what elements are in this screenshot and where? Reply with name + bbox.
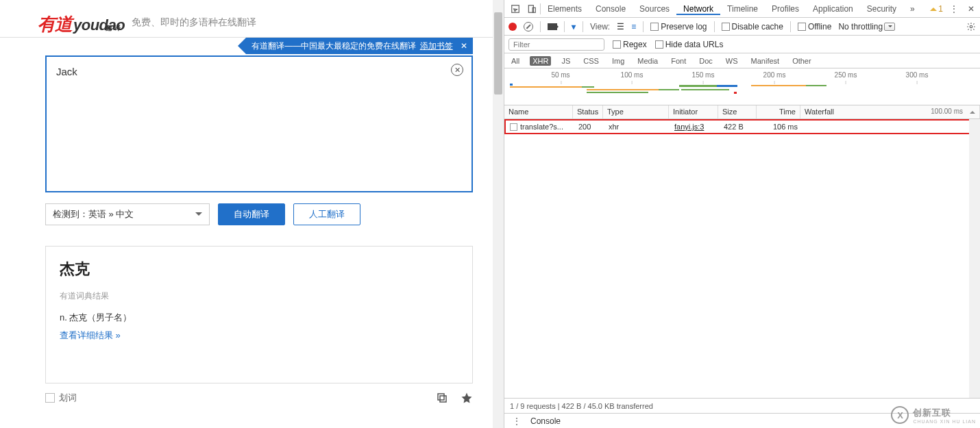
ruler-tick: 50 ms — [551, 71, 569, 79]
tab-network[interactable]: Network — [676, 4, 720, 15]
promo-close-icon[interactable]: ✕ — [461, 41, 467, 51]
filter-icon[interactable]: ▾ — [572, 22, 576, 32]
type-css[interactable]: CSS — [580, 56, 602, 66]
request-type: xhr — [604, 123, 670, 131]
col-time[interactable]: Time — [757, 105, 800, 118]
request-size: 422 B — [720, 123, 758, 131]
watermark: X 创新互联 CHUANG XIN HU LIAN — [891, 406, 976, 424]
devtools-tabs: ElementsConsoleSourcesNetworkTimelinePro… — [504, 0, 980, 18]
waterfall-scale: 100.00 ms — [931, 108, 963, 115]
logo-sub: 翻译 — [106, 24, 123, 33]
huaci-label: 划词 — [59, 392, 77, 404]
type-doc[interactable]: Doc — [696, 56, 715, 66]
svg-rect-1 — [438, 394, 444, 400]
result-panel: 杰克 有道词典结果 n. 杰克（男子名） 查看详细结果 — [45, 246, 473, 383]
language-select[interactable]: 检测到：英语 » 中文 — [45, 203, 210, 225]
tab-elements[interactable]: Elements — [541, 4, 589, 14]
tab-sources[interactable]: Sources — [633, 4, 676, 14]
timeline-overview[interactable]: 50 ms100 ms150 ms200 ms250 ms300 ms — [504, 68, 980, 105]
type-manifest[interactable]: Manifest — [748, 56, 783, 66]
col-size[interactable]: Size — [718, 105, 757, 118]
view-label: View: — [590, 22, 610, 32]
copy-icon[interactable] — [436, 392, 448, 404]
type-other[interactable]: Other — [789, 56, 814, 66]
svg-point-5 — [970, 25, 972, 28]
footer-row: 划词 — [45, 392, 473, 404]
filter-row: Regex Hide data URLs — [504, 36, 980, 53]
type-img[interactable]: Img — [609, 56, 627, 66]
watermark-logo-icon: X — [891, 406, 909, 424]
page-scrollbar[interactable] — [493, 0, 504, 428]
devtools: ElementsConsoleSourcesNetworkTimelinePro… — [504, 0, 980, 428]
tagline: 免费、即时的多语种在线翻译 — [132, 16, 256, 29]
translate-input-box: ✕ — [45, 55, 473, 192]
auto-translate-button[interactable]: 自动翻译 — [218, 203, 285, 225]
device-icon[interactable] — [524, 3, 540, 15]
type-xhr[interactable]: XHR — [530, 56, 551, 66]
type-js[interactable]: JS — [559, 56, 573, 66]
type-font[interactable]: Font — [668, 56, 689, 66]
clear-icon[interactable] — [524, 22, 533, 32]
row-checkbox[interactable] — [510, 123, 517, 131]
ruler-tick: 150 ms — [692, 71, 715, 79]
network-toolbar: ▾ View: ☰ ≡ Preserve log Disable cache O… — [504, 18, 980, 36]
huaci-checkbox[interactable] — [45, 393, 55, 403]
tab-timeline[interactable]: Timeline — [720, 4, 765, 14]
header: 有道 youdao 翻译 免费、即时的多语种在线翻译 — [0, 0, 504, 38]
hide-data-urls-toggle[interactable]: Hide data URLs — [655, 40, 724, 49]
col-name[interactable]: Name — [504, 105, 573, 118]
view-large-icon[interactable]: ☰ — [617, 22, 624, 32]
logo-cn: 有道 — [38, 12, 72, 36]
request-initiator[interactable]: fanyi.js:3 — [670, 123, 720, 131]
tab-application[interactable]: Application — [806, 4, 860, 14]
col-waterfall[interactable]: Waterfall100.00 ms — [800, 105, 980, 118]
view-small-icon[interactable]: ≡ — [631, 22, 636, 32]
clear-input-icon[interactable]: ✕ — [451, 64, 463, 76]
request-name: translate?s... — [520, 123, 563, 131]
promo-text: 有道翻译——中国最大最稳定的免费在线翻译 — [252, 41, 418, 51]
col-status[interactable]: Status — [573, 105, 603, 118]
record-icon[interactable] — [509, 23, 517, 31]
drawer-tab-console[interactable]: Console — [530, 416, 561, 426]
devtools-close-icon[interactable]: ✕ — [965, 4, 977, 14]
settings-icon[interactable] — [966, 22, 976, 32]
type-media[interactable]: Media — [635, 56, 661, 66]
logo[interactable]: 有道 youdao 翻译 — [38, 9, 123, 36]
ruler-tick: 200 ms — [763, 71, 786, 79]
tab-profiles[interactable]: Profiles — [765, 4, 806, 14]
request-row[interactable]: translate?s... 200 xhr fanyi.js:3 422 B … — [504, 119, 980, 134]
promo-link[interactable]: 添加书签 — [420, 41, 453, 51]
col-type[interactable]: Type — [603, 105, 669, 118]
capture-screenshot-icon[interactable] — [548, 23, 557, 30]
throttling-select[interactable]: No throttling — [838, 22, 895, 32]
result-detail-link[interactable]: 查看详细结果 — [60, 329, 458, 342]
type-ws[interactable]: WS — [723, 56, 741, 66]
offline-toggle[interactable]: Offline — [798, 22, 831, 32]
svg-rect-0 — [440, 396, 446, 402]
tab-security[interactable]: Security — [860, 4, 903, 14]
tab-console[interactable]: Console — [589, 4, 633, 14]
type-filters: AllXHRJSCSSImgMediaFontDocWSManifestOthe… — [504, 53, 980, 68]
promo-banner: 有道翻译——中国最大最稳定的免费在线翻译 添加书签 ✕ — [246, 38, 473, 54]
ruler-tick: 250 ms — [835, 71, 857, 79]
warnings-badge[interactable]: 1 — [930, 4, 943, 14]
translate-input[interactable] — [56, 64, 441, 184]
language-label: 检测到：英语 » 中文 — [53, 208, 134, 221]
preserve-log-toggle[interactable]: Preserve log — [650, 22, 707, 32]
ruler-tick: 300 ms — [906, 71, 929, 79]
drawer-more-icon[interactable]: ⋮ — [510, 416, 524, 426]
inspect-icon[interactable] — [507, 3, 524, 15]
type-all[interactable]: All — [509, 56, 522, 66]
star-icon[interactable] — [461, 392, 473, 404]
disable-cache-toggle[interactable]: Disable cache — [722, 22, 783, 32]
filter-input[interactable] — [509, 38, 604, 51]
manual-translate-button[interactable]: 人工翻译 — [293, 203, 360, 225]
col-initiator[interactable]: Initiator — [669, 105, 718, 118]
chevron-down-icon — [195, 212, 202, 219]
sort-asc-icon — [970, 108, 975, 114]
result-source: 有道词典结果 — [60, 290, 458, 302]
more-icon[interactable]: ⋮ — [947, 4, 961, 14]
tabs-overflow-icon[interactable]: » — [903, 0, 922, 18]
table-scrollbar[interactable] — [969, 119, 980, 398]
regex-toggle[interactable]: Regex — [613, 40, 647, 49]
